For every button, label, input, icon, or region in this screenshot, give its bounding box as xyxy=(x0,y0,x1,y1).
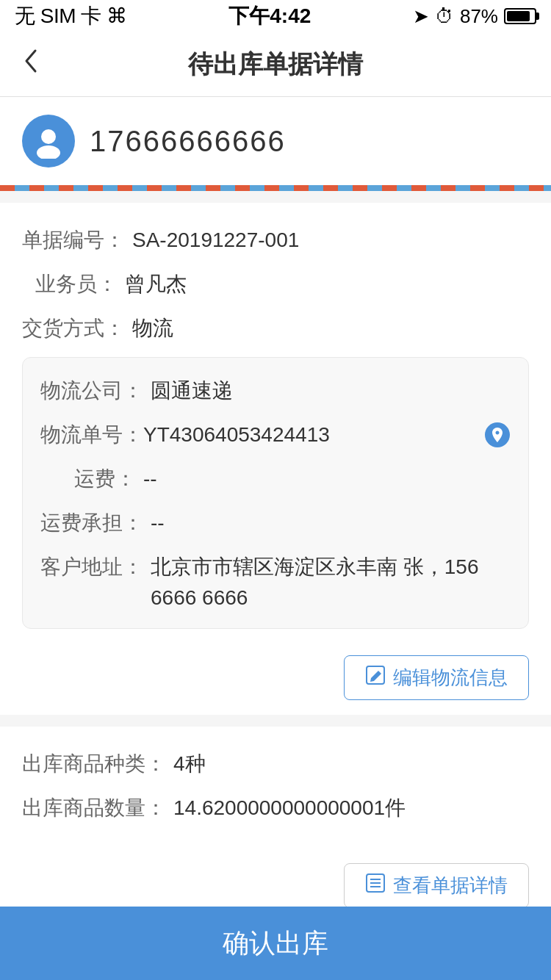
logistics-tracking-row: 物流单号： YT43064053424413 xyxy=(40,419,511,450)
freight-bear-row: 运费承担： -- xyxy=(40,508,511,538)
customer-header: 17666666666 xyxy=(0,97,551,185)
document-number-value: SA-20191227-001 xyxy=(132,225,529,256)
logistics-tracking-label: 物流单号： xyxy=(40,419,143,450)
logistics-tracking-value: YT43064053424413 xyxy=(143,419,475,450)
freight-bear-value: -- xyxy=(151,508,511,538)
document-number-row: 单据编号： SA-20191227-001 xyxy=(22,225,529,256)
logistics-company-row: 物流公司： 圆通速递 xyxy=(40,375,511,406)
product-type-value: 4种 xyxy=(173,749,529,779)
product-type-label: 出库商品种类： xyxy=(22,749,166,779)
confirm-button-label: 确认出库 xyxy=(223,926,328,962)
avatar xyxy=(22,115,75,167)
freight-bear-label: 运费承担： xyxy=(40,508,143,538)
dashed-separator xyxy=(0,185,551,191)
delivery-label: 交货方式： xyxy=(22,313,125,344)
location-pin-icon[interactable] xyxy=(484,422,511,448)
section-divider-1 xyxy=(0,715,551,727)
product-quantity-value: 14.6200000000000001件 xyxy=(173,793,529,824)
freight-row: 运费： -- xyxy=(40,464,511,494)
list-icon xyxy=(365,873,386,898)
document-info-section: 单据编号： SA-20191227-001 业务员： 曾凡杰 交货方式： 物流 … xyxy=(0,203,551,644)
product-summary-section: 出库商品种类： 4种 出库商品数量： 14.6200000000000001件 xyxy=(0,727,551,851)
logistics-card: 物流公司： 圆通速递 物流单号： YT43064053424413 运费： --… xyxy=(22,357,529,629)
address-row: 客户地址： 北京市市辖区海淀区永丰南 张，156 6666 6666 xyxy=(40,552,511,613)
address-label: 客户地址： xyxy=(40,552,143,583)
salesman-value: 曾凡杰 xyxy=(125,269,529,300)
view-detail-label: 查看单据详情 xyxy=(393,873,508,898)
customer-phone: 17666666666 xyxy=(90,125,286,158)
freight-value: -- xyxy=(143,464,511,494)
delivery-value: 物流 xyxy=(132,313,529,344)
logistics-company-value: 圆通速递 xyxy=(151,375,511,406)
edit-logistics-row: 编辑物流信息 xyxy=(0,644,551,715)
delivery-row: 交货方式： 物流 xyxy=(22,313,529,344)
freight-label: 运费： xyxy=(40,464,136,494)
alarm-icon: ⏱ xyxy=(435,5,454,28)
location-indicator: ➤ xyxy=(413,5,429,28)
edit-logistics-button[interactable]: 编辑物流信息 xyxy=(344,655,529,700)
back-button[interactable] xyxy=(21,45,41,84)
product-type-row: 出库商品种类： 4种 xyxy=(22,749,529,779)
product-quantity-row: 出库商品数量： 14.6200000000000001件 xyxy=(22,793,529,824)
main-content: 17666666666 单据编号： SA-20191227-001 业务员： 曾… xyxy=(0,97,551,980)
page-title: 待出库单据详情 xyxy=(188,48,363,82)
edit-logistics-label: 编辑物流信息 xyxy=(393,665,508,691)
svg-point-0 xyxy=(41,129,56,144)
status-right: ➤ ⏱ 87% xyxy=(413,5,536,28)
document-number-label: 单据编号： xyxy=(22,225,125,256)
view-detail-button[interactable]: 查看单据详情 xyxy=(344,863,529,908)
product-quantity-label: 出库商品数量： xyxy=(22,793,166,824)
salesman-row: 业务员： 曾凡杰 xyxy=(22,269,529,300)
address-value: 北京市市辖区海淀区永丰南 张，156 6666 6666 xyxy=(151,552,511,613)
battery-icon xyxy=(504,8,536,24)
nav-bar: 待出库单据详情 xyxy=(0,32,551,97)
confirm-button-bar[interactable]: 确认出库 xyxy=(0,907,551,980)
logistics-company-label: 物流公司： xyxy=(40,375,143,406)
tracking-row: YT43064053424413 xyxy=(143,419,511,450)
status-time: 下午4:42 xyxy=(228,2,311,30)
battery-percent: 87% xyxy=(460,5,498,28)
svg-point-1 xyxy=(37,145,60,159)
salesman-label: 业务员： xyxy=(22,269,118,300)
status-carrier: 无 SIM 卡 ⌘ xyxy=(15,2,127,30)
edit-icon xyxy=(365,665,386,691)
status-bar: 无 SIM 卡 ⌘ 下午4:42 ➤ ⏱ 87% xyxy=(0,0,551,32)
